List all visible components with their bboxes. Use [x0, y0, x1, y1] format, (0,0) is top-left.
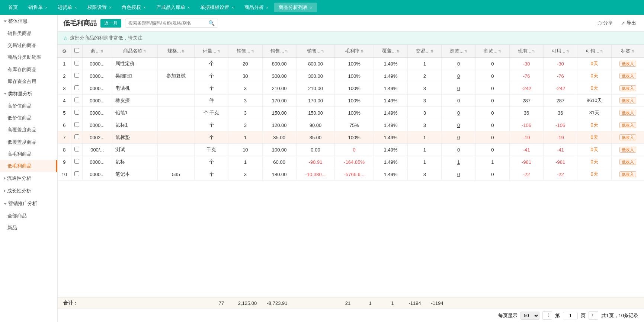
select-all-checkbox[interactable]: [74, 48, 79, 53]
row-view-count[interactable]: 0: [442, 58, 475, 70]
nav-product-entry[interactable]: 产成品入库单×: [152, 3, 194, 12]
col-unit[interactable]: 计量...⇅: [195, 45, 228, 58]
table-container[interactable]: ⚙ 商...⇅ 商品名称⇅ 规格...⇅ 计量...⇅ 销售...⇅ 销售...…: [58, 45, 644, 297]
col-code[interactable]: 商...⇅: [82, 45, 112, 58]
row-select-checkbox[interactable]: [74, 98, 79, 102]
row-name[interactable]: 鼠标: [112, 156, 157, 168]
col-coverage[interactable]: 覆盖...⇅: [374, 45, 407, 58]
sidebar-item-all-goods[interactable]: 全部商品: [0, 210, 57, 222]
row-select-checkbox[interactable]: [74, 73, 79, 78]
row-checkbox[interactable]: [71, 119, 82, 131]
sidebar-item-sales-goods[interactable]: 销售类商品: [0, 28, 57, 39]
export-button[interactable]: ↗ 导出: [619, 19, 638, 28]
row-checkbox[interactable]: [71, 131, 82, 144]
sidebar-group-marketing[interactable]: 营销推广分析: [0, 197, 57, 210]
prev-page-button[interactable]: 〈: [542, 311, 552, 320]
nav-goods-analysis-list[interactable]: 商品分析列表×: [274, 3, 317, 12]
filter-period-button[interactable]: 近一月: [100, 19, 121, 28]
row-checkbox[interactable]: [71, 144, 82, 156]
row-view-count[interactable]: 0: [442, 82, 475, 95]
col-sales-amt[interactable]: 销售...⇅: [262, 45, 296, 58]
row-name[interactable]: 橡皮擦: [112, 95, 157, 107]
row-select-checkbox[interactable]: [74, 159, 79, 164]
nav-goods-analysis[interactable]: 商品分析×: [240, 3, 273, 12]
search-input[interactable]: [128, 20, 208, 26]
row-select-checkbox[interactable]: [74, 171, 79, 176]
row-checkbox[interactable]: [71, 107, 82, 119]
row-view-count[interactable]: 0: [442, 107, 475, 119]
sidebar-item-high-coverage[interactable]: 高覆盖度商品: [0, 124, 57, 136]
sidebar-item-stock-capital[interactable]: 库存资金占用: [0, 76, 57, 87]
col-view-count[interactable]: 浏览...⇅: [442, 45, 475, 58]
row-checkbox[interactable]: [71, 70, 82, 82]
col-avail-stock[interactable]: 可用...⇅: [544, 45, 577, 58]
search-box[interactable]: 🔍: [125, 19, 218, 28]
nav-goods-analysis-list-close[interactable]: ×: [310, 5, 312, 10]
row-select-checkbox[interactable]: [74, 85, 79, 90]
row-select-checkbox[interactable]: [74, 134, 79, 139]
sidebar-group-overview[interactable]: 整体信息: [0, 15, 57, 28]
nav-roles[interactable]: 角色授权×: [117, 3, 150, 12]
row-select-checkbox[interactable]: [74, 147, 79, 152]
per-page-select[interactable]: 50 100: [520, 312, 539, 320]
sidebar-group-liquidity[interactable]: 流通性分析: [0, 172, 57, 185]
row-name[interactable]: 测试: [112, 144, 157, 156]
nav-home[interactable]: 首页: [4, 3, 22, 12]
sidebar-group-growth[interactable]: 成长性分析: [0, 185, 57, 197]
col-setting[interactable]: ⚙: [58, 45, 71, 58]
nav-roles-close[interactable]: ×: [143, 5, 145, 10]
row-select-checkbox[interactable]: [74, 122, 79, 127]
nav-template[interactable]: 单据模板设置×: [196, 3, 238, 12]
nav-permissions[interactable]: 权限设置×: [83, 3, 116, 12]
row-checkbox[interactable]: [71, 95, 82, 107]
col-tag[interactable]: 标签⇅: [611, 45, 644, 58]
sidebar-item-high-value[interactable]: 高价值商品: [0, 100, 57, 112]
col-name[interactable]: 商品名称⇅: [112, 45, 157, 58]
row-checkbox[interactable]: [71, 156, 82, 168]
nav-sales[interactable]: 销售单×: [24, 3, 52, 12]
row-name[interactable]: 笔记本: [112, 168, 157, 181]
nav-purchase-close[interactable]: ×: [74, 5, 77, 10]
sidebar-item-low-value[interactable]: 低价值商品: [0, 112, 57, 124]
col-saleable-days[interactable]: 可销...⇅: [577, 45, 611, 58]
row-name[interactable]: 吴细细1: [112, 70, 157, 82]
row-select-checkbox[interactable]: [74, 61, 79, 66]
nav-template-close[interactable]: ×: [231, 5, 234, 10]
row-checkbox[interactable]: [71, 82, 82, 95]
row-name[interactable]: 电话机: [112, 82, 157, 95]
col-current-stock[interactable]: 现有...⇅: [509, 45, 543, 58]
search-icon[interactable]: 🔍: [208, 20, 215, 26]
row-select-checkbox[interactable]: [74, 110, 79, 115]
col-spec[interactable]: 规格...⇅: [157, 45, 194, 58]
nav-product-entry-close[interactable]: ×: [188, 5, 190, 10]
row-name[interactable]: 铅笔1: [112, 107, 157, 119]
sidebar-item-traded-goods[interactable]: 交易过的商品: [0, 39, 57, 51]
sidebar-item-new-goods[interactable]: 新品: [0, 222, 57, 234]
row-checkbox[interactable]: [71, 168, 82, 181]
row-view-count[interactable]: 0: [442, 70, 475, 82]
col-view-rate[interactable]: 浏览...⇅: [475, 45, 509, 58]
sidebar-item-category-rate[interactable]: 商品分类助销率: [0, 51, 57, 63]
nav-purchase[interactable]: 进货单×: [53, 3, 81, 12]
sidebar-group-cluster[interactable]: 类群量分析: [0, 87, 57, 100]
col-checkbox[interactable]: [71, 45, 82, 58]
next-page-button[interactable]: 〉: [589, 311, 598, 320]
nav-permissions-close[interactable]: ×: [109, 5, 111, 10]
row-name[interactable]: 鼠标1: [112, 119, 157, 131]
row-view-count[interactable]: 0: [442, 119, 475, 131]
row-view-count[interactable]: 0: [442, 168, 475, 181]
col-sales-profit[interactable]: 销售...⇅: [296, 45, 335, 58]
col-gross-rate[interactable]: 毛利率⇅: [335, 45, 374, 58]
page-number-input[interactable]: [563, 312, 578, 319]
sidebar-item-high-margin[interactable]: 高毛利商品: [0, 148, 57, 160]
row-name[interactable]: 属性定价: [112, 58, 157, 70]
row-view-count[interactable]: 1: [442, 156, 475, 168]
row-checkbox[interactable]: [71, 58, 82, 70]
sidebar-item-low-margin[interactable]: 低毛利商品: [0, 160, 57, 172]
sidebar-item-low-coverage[interactable]: 低覆盖度商品: [0, 136, 57, 148]
row-view-count[interactable]: 0: [442, 131, 475, 144]
nav-sales-close[interactable]: ×: [45, 5, 47, 10]
col-sales-qty[interactable]: 销售...⇅: [228, 45, 262, 58]
col-tx-count[interactable]: 交易...⇅: [408, 45, 442, 58]
row-name[interactable]: 鼠标垫: [112, 131, 157, 144]
